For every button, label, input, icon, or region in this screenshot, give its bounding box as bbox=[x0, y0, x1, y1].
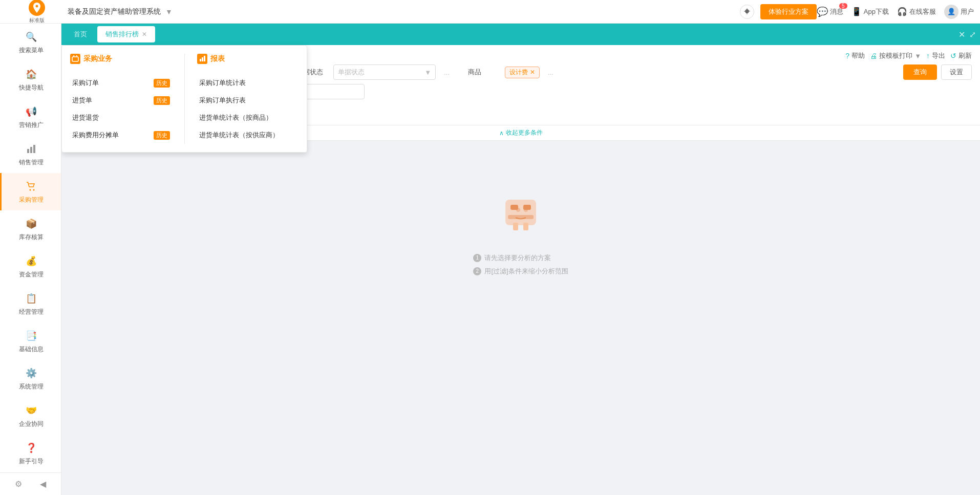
top-header: 标准版 装备及固定资产辅助管理系统 ▼ 体验行业方案 💬 消息 5 📱 App下… bbox=[0, 0, 980, 24]
online-service-button[interactable]: 🎧 在线客服 bbox=[897, 7, 936, 16]
tab-home[interactable]: 首页 bbox=[66, 26, 95, 42]
purchase-col: 采购业务 采购订单 历史 进货单 历史 进货退货 采购费用分摊单 历史 bbox=[70, 54, 172, 144]
sidebar-item-sales[interactable]: 销售管理 bbox=[0, 136, 61, 173]
dropdown-item-purchase-expense[interactable]: 采购费用分摊单 历史 bbox=[70, 126, 172, 144]
sidebar-item-system[interactable]: ⚙️ 系统管理 bbox=[0, 360, 61, 397]
tab-actions: ✕ ⤢ bbox=[958, 30, 976, 39]
dropdown-divider bbox=[184, 54, 185, 144]
system-icon: ⚙️ bbox=[24, 366, 38, 380]
marketing-icon: 📢 bbox=[24, 104, 38, 119]
goods-label: 商品 bbox=[468, 68, 499, 77]
purchase-col-icon bbox=[70, 54, 80, 64]
guide-icon: ❓ bbox=[24, 441, 38, 455]
empty-tips: 1 请先选择要分析的方案 2 用[过滤]条件来缩小分析范围 bbox=[473, 251, 568, 278]
empty-tip-2: 2 用[过滤]条件来缩小分析范围 bbox=[473, 265, 568, 278]
sidebar-item-enterprise[interactable]: 🤝 企业协同 bbox=[0, 397, 61, 435]
sidebar-settings-icon[interactable]: ⚙ bbox=[15, 479, 22, 489]
svg-rect-1 bbox=[30, 147, 32, 153]
dropdown-item-goods-receipt[interactable]: 进货单 历史 bbox=[70, 92, 172, 109]
toolbar-right: ? 帮助 🖨 按模板打印 ▼ ↑ 导出 ↺ bbox=[845, 51, 972, 60]
dropdown-item-po-stats[interactable]: 采购订单统计表 bbox=[197, 74, 299, 92]
svg-rect-16 bbox=[204, 56, 205, 61]
svg-rect-13 bbox=[72, 57, 78, 61]
print-button[interactable]: 🖨 按模板打印 ▼ bbox=[870, 51, 921, 60]
inventory-icon: 📦 bbox=[24, 217, 38, 231]
main-layout: 🔍 搜索菜单 🏠 快捷导航 📢 营销推广 销售管理 bbox=[0, 24, 980, 495]
help-button[interactable]: ? 帮助 bbox=[845, 51, 865, 60]
dropdown-item-gr-stats-by-supplier[interactable]: 进货单统计表（按供应商） bbox=[197, 126, 299, 144]
collapse-label: 收起更多条件 bbox=[506, 128, 543, 137]
purchase-icon bbox=[24, 179, 38, 193]
print-icon: 🖨 bbox=[870, 52, 877, 60]
tab-bar: 首页 销售排行榜 ✕ ✕ ⤢ bbox=[61, 24, 980, 45]
doc-status-select[interactable]: 单据状态 ▼ bbox=[333, 64, 436, 80]
svg-point-12 bbox=[524, 208, 528, 212]
svg-rect-2 bbox=[33, 145, 35, 153]
svg-rect-15 bbox=[202, 57, 203, 61]
finance-icon: 💰 bbox=[24, 254, 38, 268]
svg-point-11 bbox=[516, 208, 520, 212]
operation-icon: 📋 bbox=[24, 291, 38, 306]
logo-icon bbox=[29, 0, 45, 16]
report-col-icon bbox=[197, 54, 207, 64]
query-button[interactable]: 查询 bbox=[903, 64, 937, 80]
sidebar-item-operation[interactable]: 📋 经营管理 bbox=[0, 285, 61, 322]
report-col-title: 报表 bbox=[197, 54, 299, 68]
messages-button[interactable]: 💬 消息 5 bbox=[817, 6, 843, 17]
purchase-col-title: 采购业务 bbox=[70, 54, 172, 68]
refresh-button[interactable]: ↺ 刷新 bbox=[950, 51, 972, 60]
home-icon: 🏠 bbox=[24, 67, 38, 81]
industry-solution-button[interactable]: 体验行业方案 bbox=[760, 4, 817, 19]
basic-icon: 📑 bbox=[24, 329, 38, 343]
export-button[interactable]: ↑ 导出 bbox=[926, 51, 945, 60]
doc-status-arrow: ▼ bbox=[424, 69, 431, 76]
svg-point-4 bbox=[33, 189, 35, 191]
tab-sales-ranking[interactable]: 销售排行榜 ✕ bbox=[97, 26, 155, 42]
sidebar-bottom-actions: ⚙ ◀ bbox=[0, 472, 61, 495]
refresh-icon: ↺ bbox=[950, 52, 956, 60]
tab-close-button[interactable]: ✕ bbox=[142, 31, 147, 38]
sidebar-item-quick-nav[interactable]: 🏠 快捷导航 bbox=[0, 61, 61, 98]
tab-expand-icon[interactable]: ⤢ bbox=[969, 30, 976, 39]
print-dropdown-arrow[interactable]: ▼ bbox=[914, 52, 921, 60]
tab-close-all-icon[interactable]: ✕ bbox=[958, 30, 965, 39]
goods-tag-close[interactable]: ✕ bbox=[530, 69, 535, 76]
sidebar-item-marketing[interactable]: 📢 营销推广 bbox=[0, 98, 61, 136]
svg-rect-0 bbox=[27, 149, 29, 153]
svg-point-3 bbox=[30, 189, 31, 191]
logo-subtitle: 标准版 bbox=[29, 17, 45, 24]
svg-rect-9 bbox=[513, 223, 518, 230]
header-settings-icon[interactable] bbox=[740, 5, 754, 19]
dropdown-item-goods-return[interactable]: 进货退货 bbox=[70, 109, 172, 126]
svg-rect-5 bbox=[505, 200, 536, 225]
sidebar-collapse-icon[interactable]: ◀ bbox=[40, 479, 46, 489]
title-dropdown-arrow[interactable]: ▼ bbox=[165, 8, 173, 16]
empty-state-illustration bbox=[490, 182, 551, 243]
svg-rect-14 bbox=[200, 59, 201, 61]
content-area: 首页 销售排行榜 ✕ ✕ ⤢ ? 帮助 bbox=[61, 24, 980, 495]
sidebar-item-basic[interactable]: 📑 基础信息 bbox=[0, 322, 61, 360]
system-title-area: 装备及固定资产辅助管理系统 ▼ bbox=[68, 7, 734, 16]
user-menu-button[interactable]: 👤 用户 bbox=[944, 5, 974, 19]
goods-tag: 设计费 ✕ bbox=[505, 67, 540, 78]
purchase-dropdown-menu: 采购业务 采购订单 历史 进货单 历史 进货退货 采购费用分摊单 历史 bbox=[61, 45, 307, 153]
dropdown-item-po-execution[interactable]: 采购订单执行表 bbox=[197, 92, 299, 109]
empty-state: 1 请先选择要分析的方案 2 用[过滤]条件来缩小分析范围 bbox=[61, 141, 980, 319]
sales-icon bbox=[24, 142, 38, 156]
dropdown-item-purchase-order[interactable]: 采购订单 历史 bbox=[70, 74, 172, 92]
sidebar-item-inventory[interactable]: 📦 库存核算 bbox=[0, 210, 61, 248]
enterprise-icon: 🤝 bbox=[24, 403, 38, 418]
app-download-button[interactable]: 📱 App下载 bbox=[851, 7, 889, 16]
search-nav-icon: 🔍 bbox=[24, 30, 38, 44]
export-icon: ↑ bbox=[926, 52, 930, 60]
sidebar-item-finance[interactable]: 💰 资金管理 bbox=[0, 248, 61, 285]
system-title-text: 装备及固定资产辅助管理系统 bbox=[68, 7, 161, 16]
user-avatar: 👤 bbox=[944, 5, 958, 19]
sidebar-item-search[interactable]: 🔍 搜索菜单 bbox=[0, 24, 61, 61]
sidebar-item-guide[interactable]: ❓ 新手引导 bbox=[0, 435, 61, 472]
dropdown-item-gr-stats-by-goods[interactable]: 进货单统计表（按商品） bbox=[197, 109, 299, 126]
sidebar-item-purchase[interactable]: 采购管理 bbox=[0, 173, 61, 210]
empty-tip-1: 1 请先选择要分析的方案 bbox=[473, 251, 568, 265]
settings-button[interactable]: 设置 bbox=[941, 64, 972, 80]
svg-rect-10 bbox=[523, 223, 528, 230]
